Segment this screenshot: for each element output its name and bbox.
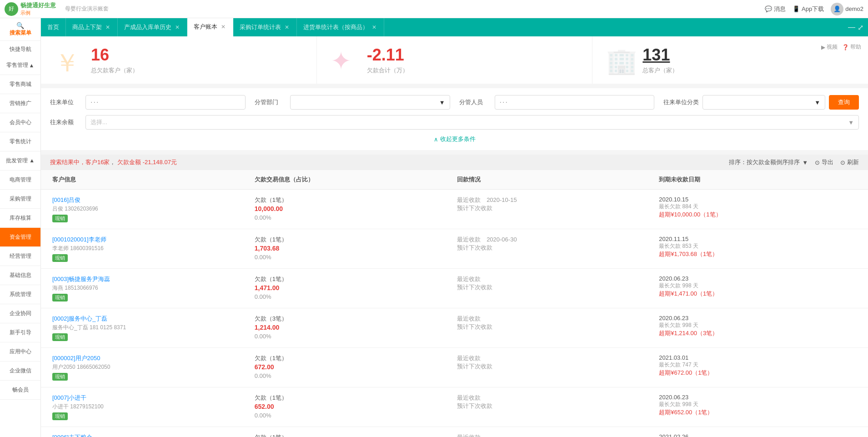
sidebar-search[interactable]: 🔍 搜索菜单 xyxy=(0,18,40,41)
brand-subtitle[interactable]: 示例 xyxy=(20,10,56,16)
balance-select[interactable]: 选择... ▼ xyxy=(85,115,859,130)
card-info-debt-total: -2.11 欠款合计（万） xyxy=(367,45,408,75)
debt-amount-5: 652.00 xyxy=(255,403,452,410)
unit-category-dropdown[interactable]: ▼ xyxy=(702,95,825,110)
debt-cell-3: 欠款（3笔） 1,214.00 0.00% xyxy=(252,314,455,342)
recent-label-4: 最近收款 xyxy=(457,355,481,362)
sidebar-item-basic-info[interactable]: 基础信息 xyxy=(0,266,40,285)
sidebar-item-enterprise-coop[interactable]: 企业协同 xyxy=(0,304,40,323)
tab-goods-online[interactable]: 商品上下架 ✕ xyxy=(66,18,118,36)
sidebar-item-system[interactable]: 系统管理 xyxy=(0,285,40,304)
next-label-4: 预计下次收款 xyxy=(457,363,492,370)
customer-name-0[interactable]: [0016]吕俊 xyxy=(52,196,250,204)
demo-subtitle: 母婴行业演示账套 xyxy=(65,5,109,13)
refresh-btn[interactable]: ⊙ 刷新 xyxy=(840,158,859,166)
video-btn[interactable]: ▶ 视频 xyxy=(821,43,838,51)
recent-payment-2: 最近收款 xyxy=(457,275,655,283)
department-dropdown[interactable]: ▼ xyxy=(290,95,450,110)
debt-amount-1: 1,703.68 xyxy=(255,245,452,252)
debt-count-3: 欠款（3笔） xyxy=(255,315,452,323)
customer-sub-0: 吕俊 13026203696 xyxy=(52,205,250,213)
result-info: 搜索结果中，客户16家， 欠款金额 -21,148.07元 xyxy=(50,158,177,166)
manager-input[interactable]: ··· xyxy=(495,95,655,110)
search-button[interactable]: 查询 xyxy=(829,95,859,110)
sidebar-item-inventory[interactable]: 库存核算 xyxy=(0,209,40,228)
customer-info-cell-6: [0006]去下粮仓 陈小希 现销 xyxy=(50,432,252,437)
sidebar-item-marketing[interactable]: 营销推广 xyxy=(0,94,40,113)
customer-tag-3: 现销 xyxy=(52,333,68,341)
sidebar-item-purchase[interactable]: 采购管理 xyxy=(0,190,40,209)
customer-name-2[interactable]: [0003]畅捷服务尹海蕊 xyxy=(52,275,250,283)
overdue-days-4: 最长欠款 747 天 xyxy=(659,361,857,369)
message-btn[interactable]: 💬 消息 xyxy=(765,5,786,13)
tab-purchase-stat-close[interactable]: ✕ xyxy=(371,23,377,31)
tab-minimize-btn[interactable]: — xyxy=(848,23,855,31)
sidebar-item-retail-mall[interactable]: 零售商城 xyxy=(0,75,40,94)
department-label: 分管部门 xyxy=(255,98,286,106)
due-date-cell-5: 2020.06.23 最长欠款 998 天 超期¥652.00（1笔） xyxy=(657,393,859,421)
sidebar-item-batch-mgmt[interactable]: 批发管理 ▲ xyxy=(0,151,40,171)
debt-amount-0: 10,000.00 xyxy=(255,205,452,212)
tab-purchase-order[interactable]: 采购订单统计表 ✕ xyxy=(233,18,297,36)
tab-product-history[interactable]: 产成品入库单历史 ✕ xyxy=(118,18,187,36)
quick-nav[interactable]: 快捷导航 xyxy=(0,41,40,56)
retail-stat-label: 零售统计 xyxy=(10,138,31,145)
customer-name-4[interactable]: [000002]用户2050 xyxy=(52,354,250,362)
sidebar-item-ecommerce[interactable]: 电商管理 xyxy=(0,171,40,190)
summary-card-debt-customers: ￥ 16 总欠款客户（家） xyxy=(41,36,317,84)
customer-sub-4: 用户2050 18665062050 xyxy=(52,363,250,371)
overdue-amount-0[interactable]: 超期¥10,000.00（1笔） xyxy=(659,211,857,219)
filter-manager: 分管人员 ··· xyxy=(459,95,655,110)
user-avatar-btn[interactable]: 👤 demo2 xyxy=(831,3,863,15)
sidebar-item-member[interactable]: 会员中心 xyxy=(0,113,40,132)
sidebar-item-new-guide[interactable]: 新手引导 xyxy=(0,323,40,342)
tab-purchase-close[interactable]: ✕ xyxy=(284,23,290,31)
overdue-amount-5[interactable]: 超期¥652.00（1笔） xyxy=(659,408,857,417)
sort-selector[interactable]: 排序：按欠款金额倒序排序 ▼ xyxy=(729,158,808,166)
sidebar-item-pro-member[interactable]: 畅会员 xyxy=(0,381,40,400)
tab-goods-close[interactable]: ✕ xyxy=(105,23,111,31)
payment-cell-4: 最近收款 预计下次收款 xyxy=(455,353,657,382)
tab-home[interactable]: 首页 xyxy=(41,18,66,36)
tab-purchase-stat[interactable]: 进货单统计表（按商品） ✕ xyxy=(297,18,384,36)
main-layout: 🔍 搜索菜单 快捷导航 零售管理 ▲ 零售商城 营销推广 会员中心 xyxy=(0,18,868,437)
sidebar-item-retail-stat[interactable]: 零售统计 xyxy=(0,132,40,151)
collapse-button[interactable]: ∧ 收起更多条件 xyxy=(50,135,859,143)
customer-name-3[interactable]: [0002]服务中心_丁磊 xyxy=(52,315,250,323)
tab-customer-close[interactable]: ✕ xyxy=(220,23,226,31)
tab-customer-account[interactable]: 客户账本 ✕ xyxy=(187,18,233,36)
debt-percent-0: 0.00% xyxy=(255,214,452,221)
help-btn[interactable]: ❓ 帮助 xyxy=(842,43,861,51)
customer-name-5[interactable]: [0007]小进干 xyxy=(52,394,250,402)
ecommerce-label: 电商管理 xyxy=(10,176,31,183)
sidebar-item-operations[interactable]: 经营管理 xyxy=(0,247,40,266)
next-payment-5: 预计下次收款 xyxy=(457,402,655,410)
customer-name-1[interactable]: [0001020001]李老师 xyxy=(52,236,250,244)
customer-sub-5: 小进干 18279152100 xyxy=(52,403,250,411)
overdue-amount-2[interactable]: 超期¥1,471.00（1笔） xyxy=(659,290,857,298)
table-row: [000002]用户2050 用户2050 18665062050 现销 欠款（… xyxy=(41,348,868,387)
tab-home-label: 首页 xyxy=(47,23,59,31)
card-actions: ▶ 视频 ❓ 帮助 xyxy=(821,43,861,51)
department-arrow: ▼ xyxy=(439,99,445,106)
export-btn[interactable]: ⊙ 导出 xyxy=(815,158,833,166)
debt-cell-0: 欠款（1笔） 10,000.00 0.00% xyxy=(252,195,455,223)
customer-name-6[interactable]: [0006]去下粮仓 xyxy=(52,433,250,437)
recent-payment-3: 最近收款 xyxy=(457,315,655,323)
sidebar-item-enterprise-wx[interactable]: 企业微信 xyxy=(0,362,40,381)
overdue-amount-1[interactable]: 超期¥1,703.68（1笔） xyxy=(659,250,857,258)
header-due-date: 到期未收款日期 xyxy=(657,175,859,185)
overdue-amount-3[interactable]: 超期¥1,214.00（3笔） xyxy=(659,329,857,337)
overdue-amount-4[interactable]: 超期¥672.00（1笔） xyxy=(659,369,857,377)
sidebar-item-finance[interactable]: 资金管理 xyxy=(0,228,40,247)
filter-unit-category: 往来单位分类 ▼ 查询 xyxy=(663,95,859,110)
source-unit-input[interactable]: ··· xyxy=(85,95,246,110)
table-row: [0006]去下粮仓 陈小希 现销 欠款（1笔） 455.90 0.00% 最近… xyxy=(41,427,868,437)
tab-maximize-btn[interactable]: ⤢ xyxy=(858,23,863,32)
tab-product-close[interactable]: ✕ xyxy=(174,23,181,31)
sidebar-item-app-center[interactable]: 应用中心 xyxy=(0,342,40,362)
app-download-btn[interactable]: 📱 App下载 xyxy=(793,5,824,13)
sidebar-item-retail-mgmt[interactable]: 零售管理 ▲ xyxy=(0,56,40,75)
purchase-label: 采购管理 xyxy=(10,196,31,202)
due-date-cell-0: 2020.10.15 最长欠款 884 天 超期¥10,000.00（1笔） xyxy=(657,195,859,223)
